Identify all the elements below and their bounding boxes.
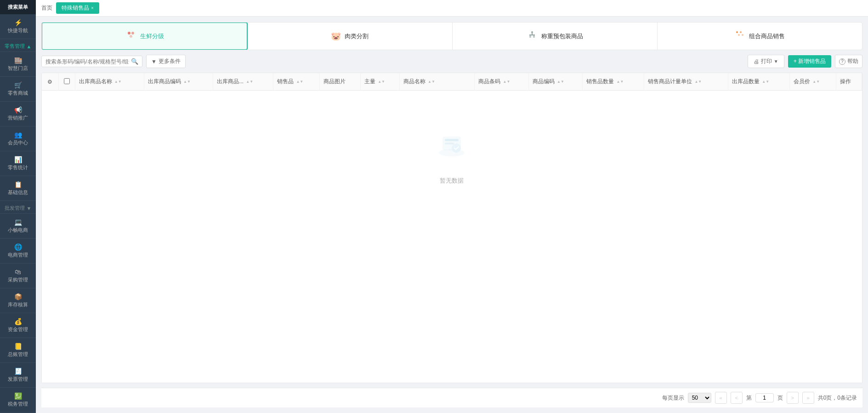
select-all-checkbox[interactable] (64, 78, 70, 84)
inventory-icon: 📦 (14, 293, 22, 300)
next-page-button[interactable]: > (787, 392, 799, 404)
svg-point-0 (128, 32, 130, 34)
active-tab[interactable]: 特殊销售品 × (56, 2, 99, 14)
toolbar-left: 🔍 ▼ 更多条件 (41, 55, 186, 68)
sidebar-item-label: 总账管理 (8, 351, 28, 358)
th-settings[interactable]: ⚙ (42, 73, 58, 91)
sidebar-item-retail-stats[interactable]: 📊 零售统计 (0, 151, 36, 176)
fresh-grading-icon (125, 29, 136, 43)
retail-stats-icon: 📊 (14, 156, 22, 163)
weighing-pack-label: 称重预包装商品 (541, 32, 583, 40)
sort-icons[interactable]: ▲▼ (378, 80, 385, 84)
sidebar-item-tax-mgmt[interactable]: 💹 税务管理 (0, 388, 36, 413)
sidebar-item-retail-mall[interactable]: 🛒 零售商城 (0, 77, 36, 102)
meat-cutting-icon: 🐷 (331, 31, 341, 41)
tab-combo-sales[interactable]: 组合商品销售 (658, 23, 862, 50)
sidebar-item-label: 零售统计 (8, 164, 28, 171)
sort-icons[interactable]: ▲▼ (183, 80, 191, 84)
smart-store-icon: 🏬 (14, 57, 22, 64)
sidebar-item-label: 库存核算 (8, 301, 28, 308)
sidebar-item-sales-promo[interactable]: 📢 营销推广 (0, 102, 36, 126)
help-button[interactable]: ? 帮助 (835, 55, 862, 68)
add-button[interactable]: + 新增销售品 (788, 55, 831, 68)
sidebar-item-basic-info[interactable]: 📋 基础信息 (0, 176, 36, 201)
sidebar-item-quick-nav[interactable]: ⚡ 快捷导航 (0, 14, 36, 39)
mini-ecomm-icon: 💻 (14, 218, 22, 226)
sort-icons[interactable]: ▲▼ (762, 80, 769, 84)
tab-meat-cutting[interactable]: 🐷 肉类分割 (247, 23, 452, 50)
sidebar: 搜索菜单 ⚡ 快捷导航 零售管理 ▲ 🏬 智慧门店 🛒 零售商城 📢 营销推广 … (0, 0, 36, 413)
svg-rect-7 (533, 35, 535, 38)
sidebar-item-retail-mgmt[interactable]: 零售管理 ▲ (0, 39, 36, 52)
search-box[interactable]: 🔍 (41, 56, 142, 67)
sidebar-item-label: 会员中心 (8, 139, 28, 146)
sidebar-item-label: 营销推广 (8, 115, 28, 121)
ecomm-mgmt-icon: 🌐 (14, 243, 22, 251)
prev-page-button[interactable]: < (731, 392, 743, 404)
th-product-barcode: 商品条码 ▲▼ (475, 73, 529, 91)
content-area: 生鲜分级 🐷 肉类分割 称重预包装商品 (36, 17, 868, 413)
filter-icon: ▼ (151, 58, 157, 65)
sidebar-item-label: 采购管理 (8, 276, 28, 283)
per-page-label: 每页显示 (662, 394, 684, 402)
tax-mgmt-icon: 💹 (14, 392, 22, 400)
invoice-mgmt-icon: 🧾 (14, 367, 22, 375)
sort-icons[interactable]: ▲▼ (694, 80, 702, 84)
sort-icons[interactable]: ▲▼ (812, 80, 820, 84)
sidebar-item-inventory[interactable]: 📦 库存核算 (0, 288, 36, 313)
home-breadcrumb[interactable]: 首页 (41, 4, 52, 12)
sidebar-item-label: 资金管理 (8, 326, 28, 333)
svg-point-16 (452, 143, 461, 153)
sidebar-item-purchase-mgmt[interactable]: 🛍 采购管理 (0, 264, 36, 288)
sidebar-item-smart-store[interactable]: 🏬 智慧门店 (0, 52, 36, 77)
th-out-product-x: 出库商品... ▲▼ (213, 73, 273, 91)
meat-cutting-label: 肉类分割 (345, 32, 369, 40)
sort-icons[interactable]: ▲▼ (557, 80, 564, 84)
th-checkbox[interactable] (58, 73, 75, 91)
sidebar-item-ecomm-mgmt[interactable]: 🌐 电商管理 (0, 239, 36, 264)
last-page-button[interactable]: » (802, 392, 814, 404)
svg-point-3 (531, 31, 533, 33)
th-sales-quantity: 销售品数量 ▲▼ (583, 73, 644, 91)
filter-label: 更多条件 (159, 57, 181, 65)
th-product-code: 商品编码 ▲▼ (528, 73, 583, 91)
main-content: 首页 特殊销售品 × 生鲜分级 🐷 肉类分割 (36, 0, 868, 413)
sort-icons[interactable]: ▲▼ (617, 80, 624, 84)
active-tab-label: 特殊销售品 (62, 4, 89, 12)
first-page-button[interactable]: « (715, 392, 727, 404)
print-icon: 🖨 (754, 58, 759, 65)
purchase-mgmt-icon: 🛍 (15, 268, 21, 275)
sort-icons[interactable]: ▲▼ (296, 80, 303, 84)
per-page-select[interactable]: 50 10 20 100 (688, 393, 711, 403)
print-button[interactable]: 🖨 打印 ▼ (748, 55, 784, 68)
sidebar-item-member-center[interactable]: 👥 会员中心 (0, 126, 36, 151)
sidebar-item-invoice-mgmt[interactable]: 🧾 发票管理 (0, 363, 36, 388)
svg-rect-14 (445, 139, 459, 141)
sidebar-item-wholesale-mgmt[interactable]: 批发管理 ▼ (0, 201, 36, 214)
toolbar-right: 🖨 打印 ▼ + 新增销售品 ? 帮助 (748, 55, 862, 68)
sort-icons[interactable]: ▲▼ (246, 80, 253, 84)
combo-sales-icon (734, 29, 745, 43)
sidebar-item-finance-mgmt[interactable]: 💰 资金管理 (0, 313, 36, 338)
sort-icons[interactable]: ▲▼ (428, 80, 435, 84)
search-input[interactable] (45, 58, 129, 65)
filter-button[interactable]: ▼ 更多条件 (146, 55, 186, 68)
total-info: 共0页，0条记录 (818, 394, 857, 402)
th-member-price: 会员价 ▲▼ (789, 73, 836, 91)
chevron-down-icon: ▼ (27, 206, 32, 211)
close-tab-icon[interactable]: × (91, 6, 94, 11)
svg-point-10 (738, 34, 740, 36)
sidebar-item-mini-ecomm[interactable]: 💻 小畅电商 (0, 214, 36, 239)
sidebar-item-general-ledger[interactable]: 📒 总账管理 (0, 338, 36, 363)
settings-icon: ⚙ (47, 79, 52, 85)
sort-icons[interactable]: ▲▼ (114, 80, 122, 84)
empty-text: 暂无数据 (440, 177, 464, 185)
tab-weighing-pack[interactable]: 称重预包装商品 (453, 23, 658, 50)
sort-icons[interactable]: ▲▼ (503, 80, 511, 84)
search-icon: 🔍 (131, 58, 138, 65)
sidebar-item-label: 智慧门店 (8, 65, 28, 72)
sidebar-item-label: 零售商城 (8, 90, 28, 97)
tab-fresh-grading[interactable]: 生鲜分级 (41, 22, 248, 50)
page-input[interactable] (755, 393, 774, 402)
page-suffix: 页 (777, 394, 783, 402)
